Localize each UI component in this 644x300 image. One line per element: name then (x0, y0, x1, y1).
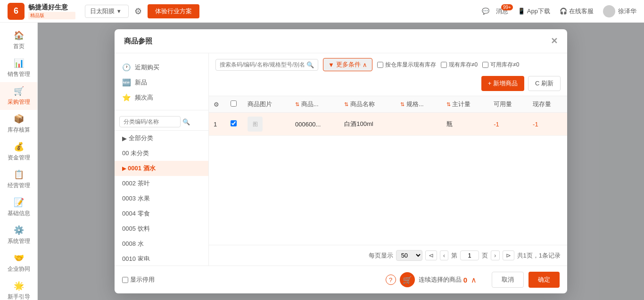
checkbox-available[interactable]: 可用库存≠0 (482, 61, 519, 69)
modal-body: 🕐 近期购买 🆕 新品 ⭐ 频次高 (115, 53, 567, 266)
sidebar-label-operation: 经营管理 (8, 182, 30, 190)
cat-item-unclassified[interactable]: 00 未分类 (115, 146, 208, 161)
warehouse-checkbox[interactable] (377, 62, 383, 68)
show-disabled-checkbox[interactable] (122, 277, 128, 283)
category-search-input[interactable] (119, 116, 181, 127)
online-service[interactable]: 🎧 在线客服 (560, 7, 594, 16)
sidebar-item-collab[interactable]: 🤝 企业协同 (0, 249, 37, 277)
available-checkbox[interactable] (482, 62, 488, 68)
row-select-checkbox[interactable] (231, 120, 237, 126)
cat-item-tea[interactable]: 0002 茶叶 (115, 176, 208, 191)
search-icon[interactable]: 🔍 (306, 61, 314, 68)
category-search-icon[interactable]: 🔍 (182, 118, 190, 125)
th-unit[interactable]: ⇅ 主计量 (442, 96, 489, 113)
cat-item-all[interactable]: ▶ 全部分类 (115, 131, 208, 146)
sidebar-item-guide[interactable]: 🌟 新手引导 (0, 277, 37, 300)
th-unit-label: 主计量 (452, 100, 471, 108)
category-search: 🔍 (115, 113, 208, 131)
available-label: 可用库存≠0 (490, 61, 519, 69)
experience-button[interactable]: 体验行业方案 (148, 4, 199, 18)
cat-item-beverage[interactable]: 0005 饮料 (115, 221, 208, 236)
main-layout: 🏠 首页 📊 销售管理 🛒 采购管理 📦 库存核算 💰 资金管理 📋 经营管理 … (0, 23, 644, 300)
th-checkbox[interactable] (226, 96, 243, 113)
sidebar-item-inventory[interactable]: 📦 库存核算 (0, 110, 37, 138)
nav-recent-purchase[interactable]: 🕐 近期购买 (115, 60, 208, 75)
settings-icon[interactable]: ⚙ (134, 6, 142, 17)
per-page-select[interactable]: 10 20 50 100 (396, 250, 422, 261)
refresh-button[interactable]: C 刷新 (528, 76, 561, 91)
th-name[interactable]: ⇅ 商品名称 (339, 96, 396, 113)
prev-page-button[interactable]: ‹ (440, 250, 448, 260)
sidebar-item-purchase[interactable]: 🛒 采购管理 (0, 82, 37, 110)
user-info[interactable]: 徐泽华 (603, 5, 636, 17)
cat-label-unclassified: 00 未分类 (122, 149, 149, 158)
clock-icon: 🕐 (122, 63, 131, 72)
filter-button[interactable]: ▼ 更多条件 ∧ (323, 58, 372, 71)
checkbox-warehouse[interactable]: 按仓库显示现有库存 (377, 61, 436, 69)
table-row[interactable]: 1 图 000600... 白酒100ml 瓶 -1 -1 (209, 113, 567, 136)
cat-item-liquor[interactable]: ▶ 0001 酒水 (115, 161, 208, 176)
add-product-button[interactable]: + 新增商品 (481, 76, 524, 91)
stock-checkbox[interactable] (441, 62, 447, 68)
divider (115, 110, 208, 110)
th-settings[interactable]: ⚙ (209, 96, 226, 113)
checkbox-stock[interactable]: 现有库存≠0 (441, 61, 478, 69)
cat-label-all: 全部分类 (129, 134, 153, 142)
selected-info: 连续选择的商品 0 (419, 275, 467, 284)
filter-icon: ▼ (328, 61, 334, 68)
cat-item-snack[interactable]: 0004 零食 (115, 206, 208, 221)
sidebar: 🏠 首页 📊 销售管理 🛒 采购管理 📦 库存核算 💰 资金管理 📋 经营管理 … (0, 23, 38, 300)
row-checkbox[interactable] (226, 113, 243, 136)
page-input[interactable] (460, 250, 479, 260)
first-page-button[interactable]: ⊲ (425, 250, 437, 260)
filter-label: 更多条件 (336, 60, 361, 69)
pagination: 每页显示 10 20 50 100 ⊲ ‹ 第 页 (209, 245, 567, 266)
sidebar-item-home[interactable]: 🏠 首页 (0, 26, 37, 54)
nav-frequent[interactable]: ⭐ 频次高 (115, 90, 208, 105)
main-content: 商品参照 ✕ 🕐 近期购买 🆕 (38, 23, 644, 300)
sidebar-label-collab: 企业协同 (8, 265, 30, 273)
last-page-button[interactable]: ⊳ (503, 250, 514, 260)
new-icon: 🆕 (122, 78, 131, 87)
selected-label: 连续选择的商品 (419, 275, 462, 284)
product-table-wrap: ⚙ 商品图片 ⇅ 商品... ⇅ (209, 96, 567, 245)
cancel-button[interactable]: 取消 (492, 272, 524, 288)
app-download[interactable]: 📱 App下载 (518, 7, 550, 16)
th-spec-label: 规格... (406, 100, 424, 108)
sidebar-item-system[interactable]: ⚙️ 系统管理 (0, 221, 37, 249)
sidebar-label-inventory: 库存核算 (8, 126, 30, 134)
sidebar-item-sales[interactable]: 📊 销售管理 (0, 54, 37, 82)
show-disabled-label[interactable]: 显示停用 (122, 275, 155, 284)
cart-icon: 🛒 (400, 272, 415, 287)
modal-close-icon[interactable]: ✕ (551, 36, 558, 46)
cat-item-appliance[interactable]: 0010 家电 (115, 251, 208, 261)
headset-icon: 🎧 (560, 8, 567, 15)
confirm-button[interactable]: 确定 (528, 272, 560, 288)
cat-item-fruit[interactable]: 0003 水果 (115, 191, 208, 206)
expand-icon: ▶ (122, 135, 127, 142)
right-panel: 🔍 ▼ 更多条件 ∧ 按仓库显示现有库存 (209, 53, 567, 266)
nav-new-products[interactable]: 🆕 新品 (115, 75, 208, 90)
message-icon-wrap[interactable]: 💬 99+ 消息 (482, 7, 508, 16)
page-total: 共1页，1条记录 (517, 251, 561, 260)
sidebar-item-finance[interactable]: 💰 资金管理 (0, 138, 37, 166)
row-spec (396, 113, 442, 136)
help-icon[interactable]: ? (386, 275, 396, 285)
search-input[interactable] (220, 61, 305, 68)
collapse-arrow-icon[interactable]: ∧ (471, 275, 477, 284)
operation-icon: 📋 (14, 169, 24, 180)
cat-label-snack: 0004 零食 (122, 209, 150, 218)
th-img-label: 商品图片 (248, 100, 272, 108)
th-code[interactable]: ⇅ 商品... (290, 96, 339, 113)
select-all-checkbox[interactable] (231, 100, 237, 107)
cat-item-water[interactable]: 0008 水 (115, 236, 208, 251)
th-spec[interactable]: ⇅ 规格... (396, 96, 442, 113)
nav-right: 💬 99+ 消息 📱 App下载 🎧 在线客服 徐泽华 (482, 5, 636, 17)
company-selector[interactable]: 日太阳膜 ▾ (85, 5, 129, 18)
sidebar-item-basic[interactable]: 📝 基础信息 (0, 193, 37, 221)
next-page-button[interactable]: › (491, 250, 499, 260)
chevron-up-icon: ∧ (363, 61, 367, 68)
finance-icon: 💰 (14, 142, 24, 152)
inventory-icon: 📦 (14, 114, 24, 124)
sidebar-item-operation[interactable]: 📋 经营管理 (0, 166, 37, 193)
